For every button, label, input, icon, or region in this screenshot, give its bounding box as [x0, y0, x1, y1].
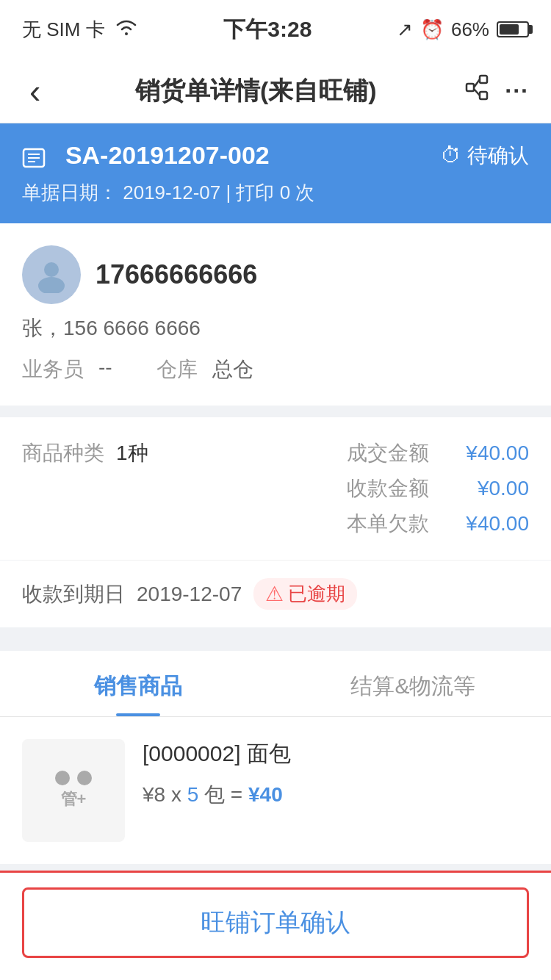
svg-line-3: [474, 79, 480, 87]
summary-right: 成交金额 ¥40.00 收款金额 ¥0.00 本单欠款 ¥40.00: [347, 439, 529, 538]
salesperson-value-text: --: [98, 356, 112, 383]
section-divider-2: [0, 627, 551, 639]
order-id: SA-20191207-002: [22, 141, 270, 170]
transaction-amount: ¥40.00: [441, 442, 529, 465]
tab-products-label: 销售商品: [94, 674, 182, 698]
back-button[interactable]: ‹: [22, 64, 48, 118]
product-code: [0000002]: [143, 741, 240, 765]
warehouse-value-text: 总仓: [212, 356, 253, 383]
tabs: 销售商品 结算&物流等: [0, 651, 551, 717]
product-item: 管+ [0000002] 面包 ¥8 x 5 包 = ¥40: [22, 739, 529, 842]
product-qty: 5: [187, 783, 199, 806]
svg-point-10: [38, 277, 65, 293]
product-thumbnail: 管+: [22, 739, 125, 842]
svg-line-4: [474, 89, 480, 96]
product-price: ¥8 x 5 包 = ¥40: [143, 781, 529, 809]
print-info: 打印 0 次: [236, 181, 314, 203]
page-title: 销货单详情(来自旺铺): [135, 74, 377, 108]
overdue-text: 已逾期: [288, 581, 345, 607]
product-type-row: 商品种类 1种: [22, 439, 148, 467]
product-logo: 管+: [55, 771, 92, 810]
status-bar-time: 下午3:28: [223, 15, 311, 45]
section-divider-1: [0, 406, 551, 417]
wifi-icon: [114, 18, 139, 42]
customer-row: 17666666666: [22, 245, 529, 304]
status-bar: 无 SIM 卡 下午3:28 ↗ ⏰ 66%: [0, 0, 551, 59]
nav-actions: ···: [464, 74, 529, 107]
order-id-text: SA-20191207-002: [65, 141, 270, 169]
order-icon: [22, 143, 58, 169]
location-icon: ↗: [397, 18, 413, 41]
received-row: 收款金额 ¥0.00: [347, 475, 529, 502]
due-label: 收款到期日: [22, 580, 125, 608]
customer-phone: 17666666666: [96, 259, 257, 290]
svg-rect-0: [480, 76, 487, 83]
owl-text: 管+: [61, 788, 87, 810]
status-bar-right: ↗ ⏰ 66%: [397, 18, 529, 41]
salesperson-meta: 业务员 --: [22, 356, 112, 383]
overdue-badge: ⚠ 已逾期: [253, 578, 357, 610]
battery-text: 66%: [451, 18, 489, 41]
order-date: 2019-12-07: [123, 181, 220, 203]
received-label: 收款金额: [347, 475, 429, 502]
tab-settlement[interactable]: 结算&物流等: [276, 651, 551, 716]
order-id-row: SA-20191207-002 ⏱ 待确认: [22, 141, 529, 170]
warehouse-meta: 仓库 总仓: [156, 356, 253, 383]
nav-bar: ‹ 销货单详情(来自旺铺) ···: [0, 59, 551, 123]
order-header: SA-20191207-002 ⏱ 待确认 单据日期： 2019-12-07 |…: [0, 123, 551, 223]
tab-products[interactable]: 销售商品: [0, 651, 276, 716]
product-unit: 包: [204, 783, 225, 806]
customer-name: 张，156 6666 6666: [22, 314, 529, 342]
due-date: 2019-12-07: [137, 583, 242, 606]
clock-icon: ⏱: [441, 143, 461, 167]
order-status: ⏱ 待确认: [441, 142, 529, 170]
order-date-row: 单据日期： 2019-12-07 | 打印 0 次: [22, 180, 529, 206]
owl-eyes: [55, 771, 92, 785]
order-status-text: 待确认: [467, 142, 529, 170]
summary-section: 商品种类 1种 成交金额 ¥40.00 收款金额 ¥0.00 本单欠款 ¥40.…: [0, 417, 551, 560]
svg-point-9: [44, 262, 59, 277]
product-total: ¥40: [248, 783, 283, 806]
warning-icon: ⚠: [265, 582, 284, 606]
product-section: 管+ [0000002] 面包 ¥8 x 5 包 = ¥40: [0, 717, 551, 864]
received-amount: ¥0.00: [441, 477, 529, 500]
balance-row: 本单欠款 ¥40.00: [347, 510, 529, 538]
customer-meta: 业务员 -- 仓库 总仓: [22, 356, 529, 383]
balance-amount: ¥40.00: [441, 512, 529, 536]
product-name: [0000002] 面包: [143, 739, 529, 769]
transaction-row: 成交金额 ¥40.00: [347, 439, 529, 467]
carrier-text: 无 SIM 卡: [22, 17, 105, 43]
price-equals: =: [231, 783, 248, 806]
product-info: [0000002] 面包 ¥8 x 5 包 = ¥40: [143, 739, 529, 809]
share-button[interactable]: [464, 74, 490, 107]
owl-eye-left: [55, 771, 70, 785]
summary-left: 商品种类 1种: [22, 439, 148, 467]
confirm-button-label: 旺铺订单确认: [201, 906, 350, 940]
more-button[interactable]: ···: [505, 77, 529, 104]
tab-settlement-label: 结算&物流等: [350, 674, 475, 698]
svg-rect-2: [467, 84, 474, 91]
balance-label: 本单欠款: [347, 510, 429, 538]
owl-eye-right: [77, 771, 92, 785]
battery-icon: [497, 21, 529, 37]
confirm-button[interactable]: 旺铺订单确认: [22, 887, 529, 958]
status-bar-left: 无 SIM 卡: [22, 17, 139, 43]
price-operator: x: [171, 783, 187, 806]
date-label: 单据日期：: [22, 181, 118, 203]
product-name-text: 面包: [247, 741, 291, 765]
due-date-section: 收款到期日 2019-12-07 ⚠ 已逾期: [0, 561, 551, 627]
product-type-label: 商品种类: [22, 439, 104, 467]
price-unit: ¥8: [143, 783, 165, 806]
alarm-icon: ⏰: [420, 18, 444, 41]
transaction-label: 成交金额: [347, 439, 429, 467]
confirm-button-wrap: 旺铺订单确认: [0, 871, 551, 980]
date-separator: |: [226, 181, 236, 203]
customer-section: 17666666666 张，156 6666 6666 业务员 -- 仓库 总仓: [0, 223, 551, 406]
avatar: [22, 245, 81, 304]
product-type-value: 1种: [116, 439, 148, 467]
salesperson-label: 业务员: [22, 356, 84, 383]
svg-rect-1: [480, 92, 487, 99]
warehouse-label: 仓库: [156, 356, 198, 383]
